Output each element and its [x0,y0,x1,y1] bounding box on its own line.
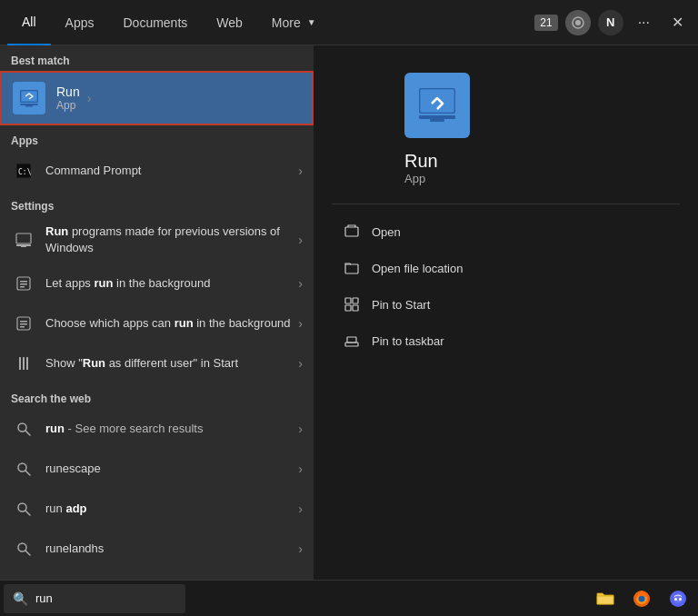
svg-line-27 [25,471,30,475]
start-menu: All Apps Documents Web More ▼ 21 N ··· [0,0,698,580]
svg-rect-6 [25,105,33,107]
best-match-item[interactable]: Run App › [0,71,314,125]
tab-apps[interactable]: Apps [51,0,109,45]
svg-rect-41 [345,305,351,311]
web-chevron-2: › [298,462,303,476]
right-panel: Run App Open [314,45,698,580]
pin-taskbar-icon [341,330,363,352]
settings-label: Settings [0,191,314,216]
svg-rect-23 [26,357,28,370]
open-button[interactable]: Open [332,214,680,250]
svg-point-50 [674,598,677,601]
settings-icon-3 [11,311,36,336]
svg-rect-12 [21,246,26,247]
svg-point-51 [679,598,682,601]
folder-icon [341,257,363,279]
close-button[interactable]: ✕ [664,10,691,35]
list-item[interactable]: Let apps run in the background › [0,263,314,303]
svg-rect-38 [345,264,358,273]
svg-rect-37 [345,227,358,236]
settings-item-4: Show "Run as different user" in Start [45,355,291,372]
settings-chevron-4: › [298,356,303,371]
list-item[interactable]: runelandhs › [0,529,314,569]
web-item-3: run adp [45,501,291,517]
avatar[interactable]: N [598,10,623,35]
search-icon-2 [11,456,36,482]
nav-badge: 21 [534,15,557,31]
open-icon [341,221,363,243]
pin-to-start-button[interactable]: Pin to Start [332,286,680,323]
svg-rect-14 [20,281,27,283]
svg-rect-15 [20,283,27,285]
cmd-label: Command Prompt [45,163,291,179]
tab-all[interactable]: All [7,0,51,45]
list-item[interactable]: run - See more search results › [0,409,314,449]
web-chevron-1: › [298,422,303,436]
tab-documents[interactable]: Documents [108,0,202,45]
list-item[interactable]: Choose which apps can run in the backgro… [0,303,314,343]
chevron-down-icon: ▼ [307,17,316,27]
settings-chevron-2: › [298,276,303,291]
web-item-2: runescape [45,461,291,477]
svg-rect-40 [353,298,358,303]
taskbar-search-icon: 🔍 [13,591,28,606]
svg-point-48 [639,595,645,601]
taskbar-search-text: run [35,591,53,605]
svg-line-29 [25,511,30,515]
divider [332,204,680,204]
firefox-taskbar-button[interactable] [625,582,658,615]
list-item[interactable]: Run programs made for previous versions … [0,216,314,263]
nav-cortana-icon [565,10,591,35]
list-item[interactable]: runescape › [0,449,314,489]
nav-right: 21 N ··· ✕ [534,10,691,35]
pin-to-taskbar-button[interactable]: Pin to taskbar [332,323,680,359]
settings-item-2: Let apps run in the background [45,275,291,292]
top-nav: All Apps Documents Web More ▼ 21 N ··· [0,0,698,45]
pin-start-icon [341,293,363,315]
settings-icon-1 [11,227,36,253]
svg-rect-18 [20,321,27,323]
list-item[interactable]: Show "Run as different user" in Start › [0,343,314,383]
right-app-name: Run [404,151,438,172]
open-file-location-button[interactable]: Open file location [332,250,680,286]
list-item[interactable]: run adp › [0,489,314,529]
best-match-name: Run [56,84,80,99]
svg-rect-21 [19,357,21,370]
web-chevron-4: › [298,541,303,556]
settings-chevron-1: › [298,233,303,247]
svg-rect-20 [20,326,25,328]
svg-rect-45 [597,596,613,604]
cmd-chevron: › [298,164,303,178]
right-app-type: App [404,172,425,185]
settings-icon-4 [11,351,36,376]
web-label: Search the web [0,383,314,409]
apps-label: Apps [0,125,314,151]
svg-rect-22 [23,357,25,370]
web-item-1: run - See more search results [45,421,291,437]
discord-taskbar-button[interactable] [662,582,694,615]
settings-item-3: Choose which apps can run in the backgro… [45,315,291,332]
left-panel: Best match Run App › [0,45,314,580]
tab-web[interactable]: Web [202,0,257,45]
list-item[interactable]: C:\> Command Prompt › [0,151,314,191]
best-match-chevron: › [87,91,92,105]
svg-line-31 [25,551,30,555]
svg-rect-5 [20,104,38,105]
svg-rect-11 [16,244,31,246]
taskbar: 🔍 run [0,580,698,616]
right-app-icon [404,73,470,138]
tab-more[interactable]: More ▼ [257,0,331,45]
more-dots-button[interactable]: ··· [631,11,657,35]
file-explorer-taskbar-button[interactable] [589,582,622,615]
web-item-4: runelandhs [45,541,291,557]
content-area: Best match Run App › [0,45,698,580]
best-match-label: Best match [0,45,314,71]
cmd-icon: C:\> [11,158,36,184]
taskbar-search[interactable]: 🔍 run [4,584,185,613]
search-icon-4 [11,536,36,561]
best-match-type: App [56,99,80,112]
svg-rect-35 [419,115,455,119]
svg-rect-44 [347,337,356,343]
svg-rect-19 [20,323,27,325]
run-app-icon [13,82,45,114]
